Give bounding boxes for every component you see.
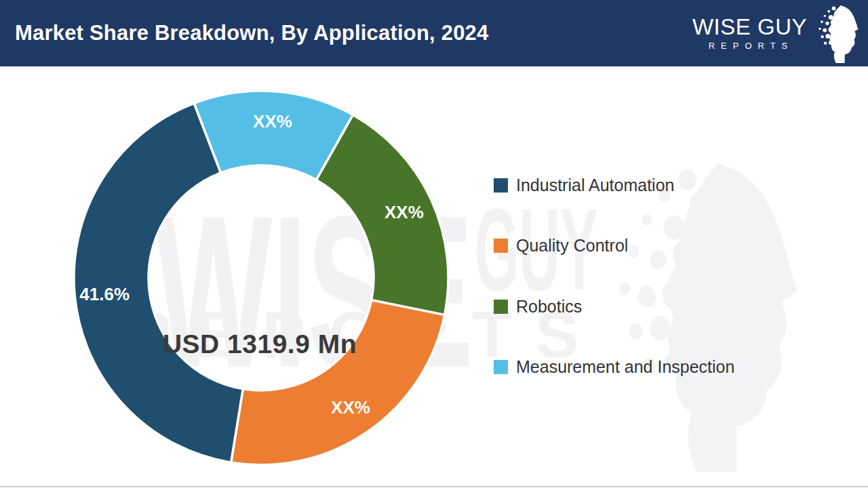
legend-item-measurement-and-inspection: Measurement and Inspection [494, 358, 734, 377]
slice-pct-label: XX% [253, 111, 292, 131]
brand-head-icon [810, 3, 860, 63]
legend-label: Industrial Automation [516, 176, 674, 195]
brand-logo-text: WISE GUY REPORTS [692, 16, 807, 51]
brand-name: WISE GUY [692, 16, 807, 39]
legend-item-quality-control: Quality Control [494, 237, 628, 256]
donut-slice-robotics [317, 115, 449, 315]
donut-chart: XX%XX%XX%41.6% [0, 66, 868, 488]
slice-pct-label: XX% [384, 202, 424, 222]
brand-subname: REPORTS [692, 41, 807, 51]
donut-slice-quality-control [231, 300, 445, 465]
legend-label: Measurement and Inspection [516, 357, 734, 377]
legend-label: Robotics [516, 297, 582, 317]
chart-area: WISE GUY REPORTS XX%XX%XX%41.6% USD 1319… [0, 66, 868, 488]
slice-pct-label: XX% [331, 397, 370, 418]
header-bar: Market Share Breakdown, By Application, … [0, 0, 868, 66]
brand-logo: WISE GUY REPORTS [692, 0, 860, 66]
donut-center-value: USD 1319.9 Mn [90, 329, 429, 359]
page-title: Market Share Breakdown, By Application, … [0, 21, 489, 45]
legend-swatch [494, 239, 508, 253]
legend-item-industrial-automation: Industrial Automation [494, 176, 674, 195]
legend-swatch [494, 178, 508, 192]
bottom-border [0, 486, 868, 487]
legend-item-robotics: Robotics [494, 297, 582, 316]
slice-pct-label: 41.6% [79, 284, 130, 304]
legend-swatch [494, 360, 508, 374]
legend-label: Quality Control [516, 236, 628, 256]
legend-swatch [494, 300, 508, 314]
